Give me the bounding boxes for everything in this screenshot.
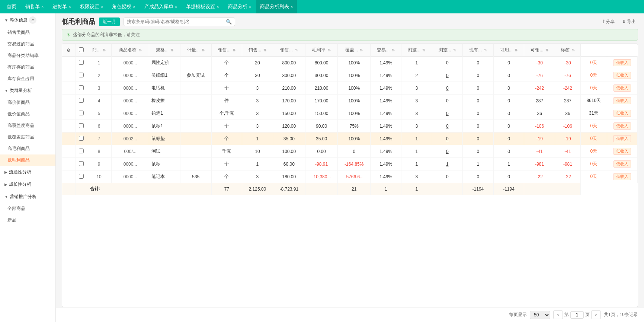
row-tag: 低收入	[607, 133, 637, 145]
row-checkbox-cell[interactable]	[76, 170, 87, 183]
sidebar-item-high-coverage[interactable]: 高覆盖度商品	[0, 120, 55, 131]
nav-sales[interactable]: 销售单 ×	[22, 0, 47, 13]
row-checkbox[interactable]	[79, 174, 84, 179]
settings-column-header[interactable]: ⚙	[62, 44, 76, 57]
nav-permission[interactable]: 权限设置 ×	[76, 0, 107, 13]
row-checkbox-cell[interactable]	[76, 95, 87, 107]
row-checkbox-cell[interactable]	[76, 82, 87, 95]
expand-arrow-icon: ▼	[4, 195, 8, 199]
row-code: 0000...	[111, 95, 149, 107]
row-checkbox[interactable]	[79, 60, 84, 65]
col-spec[interactable]: 规格... ⇅	[149, 44, 180, 57]
row-checkbox-cell[interactable]	[76, 57, 87, 69]
nav-purchase[interactable]: 进货单 ×	[49, 0, 74, 13]
row-trade[interactable]: 1	[432, 158, 463, 170]
row-checkbox[interactable]	[79, 85, 84, 90]
row-trade[interactable]: 0	[432, 57, 463, 69]
share-button[interactable]: ⤴ 分享	[600, 17, 617, 26]
page-number-input[interactable]	[570, 311, 584, 319]
sidebar-item-high-value[interactable]: 高价值商品	[0, 97, 55, 108]
row-checkbox-cell[interactable]	[76, 158, 87, 170]
prev-page-button[interactable]: ＜	[553, 310, 563, 319]
close-icon[interactable]: ×	[175, 4, 177, 9]
sidebar-item-new-goods[interactable]: 新品	[0, 214, 55, 226]
col-sale-qty[interactable]: 销售... ⇅	[211, 44, 242, 57]
select-all-checkbox[interactable]	[79, 47, 84, 52]
date-filter-button[interactable]: 近一月	[99, 17, 120, 26]
close-icon[interactable]: ×	[249, 4, 251, 9]
row-trade[interactable]: 0	[432, 69, 463, 82]
row-checkbox[interactable]	[79, 123, 84, 128]
sidebar-item-low-coverage[interactable]: 低覆盖度商品	[0, 131, 55, 143]
close-icon[interactable]: ×	[101, 4, 103, 9]
row-checkbox-cell[interactable]	[76, 120, 87, 133]
page-size-select[interactable]: 50 100 200	[530, 311, 550, 319]
close-icon[interactable]: ×	[291, 4, 293, 9]
close-icon[interactable]: ×	[68, 4, 71, 9]
col-saleable[interactable]: 可销... ⇅	[524, 44, 555, 57]
col-trade[interactable]: 交易... ⇅	[371, 44, 401, 57]
row-trade[interactable]: 0	[432, 133, 463, 145]
sidebar-item-traded-goods[interactable]: 交易过的商品	[0, 38, 55, 50]
collapse-btn[interactable]: «	[29, 16, 36, 24]
close-icon[interactable]: ×	[217, 4, 219, 9]
search-input[interactable]	[127, 19, 226, 24]
nav-template[interactable]: 单据模板设置 ×	[182, 0, 222, 13]
col-browse2[interactable]: 浏览... ⇅	[432, 44, 463, 57]
col-sale-amt[interactable]: 销售... ⇅	[242, 44, 273, 57]
row-checkbox[interactable]	[79, 111, 84, 115]
nav-role[interactable]: 角色授权 ×	[108, 0, 139, 13]
row-stock: -30	[524, 57, 555, 69]
col-browse1[interactable]: 浏览... ⇅	[401, 44, 432, 57]
sidebar-item-sales-goods[interactable]: 销售类商品	[0, 27, 55, 38]
sidebar-item-all-goods[interactable]: 全部商品	[0, 203, 55, 214]
next-page-button[interactable]: ＞	[591, 310, 601, 319]
row-trade[interactable]: 0	[432, 95, 463, 107]
sidebar-group-growth[interactable]: ▶ 成长性分析	[0, 178, 55, 191]
col-sale-amt2[interactable]: 销售... ⇅	[273, 44, 305, 57]
row-checkbox[interactable]	[79, 136, 84, 141]
sidebar-group-circulation[interactable]: ▶ 流通性分析	[0, 166, 55, 178]
nav-product-in[interactable]: 产成品入库单 ×	[141, 0, 181, 13]
row-checkbox[interactable]	[79, 98, 84, 103]
sidebar-group-marketing[interactable]: ▼ 营销推广分析	[0, 191, 55, 203]
row-checkbox[interactable]	[79, 73, 84, 77]
export-button[interactable]: ⬇ 导出	[620, 17, 638, 26]
col-gross[interactable]: 毛利率 ⇅	[305, 44, 337, 57]
row-checkbox-cell[interactable]	[76, 133, 87, 145]
col-code[interactable]: 商... ⇅	[87, 44, 111, 57]
col-coverage[interactable]: 覆盖... ⇅	[338, 44, 371, 57]
row-checkbox[interactable]	[79, 161, 84, 166]
sidebar-item-category-rate[interactable]: 商品分类助销率	[0, 50, 55, 61]
col-tag[interactable]: 标签 ⇅	[555, 44, 580, 57]
search-icon[interactable]: 🔍	[226, 19, 232, 25]
col-unit[interactable]: 计量... ⇅	[180, 44, 211, 57]
nav-goods-analysis-list[interactable]: 商品分析列表 ×	[256, 0, 297, 13]
row-trade[interactable]: 0	[432, 107, 463, 120]
sidebar-item-capital[interactable]: 库存资金占用	[0, 73, 55, 85]
close-icon[interactable]: ×	[41, 4, 44, 9]
row-trade[interactable]: 0	[432, 82, 463, 95]
row-checkbox-cell[interactable]	[76, 69, 87, 82]
row-trade[interactable]: 0	[432, 120, 463, 133]
sidebar-item-low-value[interactable]: 低价值商品	[0, 108, 55, 120]
sidebar-item-low-margin[interactable]: 低毛利商品	[0, 154, 55, 166]
row-trade[interactable]: 0	[432, 145, 463, 158]
col-avail[interactable]: 可用... ⇅	[493, 44, 524, 57]
sidebar-item-stocked-goods[interactable]: 有库存的商品	[0, 61, 55, 73]
checkbox-column-header[interactable]	[76, 44, 87, 57]
nav-goods-analysis[interactable]: 商品分析 ×	[224, 0, 255, 13]
row-trade[interactable]: 0	[432, 170, 463, 183]
sidebar-group-cluster[interactable]: ▼ 类群量分析	[0, 85, 55, 97]
sidebar-group-overall[interactable]: ▼ 整体信息 «	[0, 13, 55, 27]
row-checkbox-cell[interactable]	[76, 107, 87, 120]
row-sale-amt: 120.00	[273, 120, 305, 133]
expand-arrow-icon: ▶	[4, 182, 7, 186]
sidebar-item-high-margin[interactable]: 高毛利商品	[0, 143, 55, 154]
col-stock[interactable]: 现有... ⇅	[463, 44, 494, 57]
col-name[interactable]: 商品名称 ⇅	[111, 44, 149, 57]
nav-home[interactable]: 首页	[3, 0, 20, 13]
row-checkbox[interactable]	[79, 149, 84, 153]
row-checkbox-cell[interactable]	[76, 145, 87, 158]
close-icon[interactable]: ×	[133, 4, 135, 9]
